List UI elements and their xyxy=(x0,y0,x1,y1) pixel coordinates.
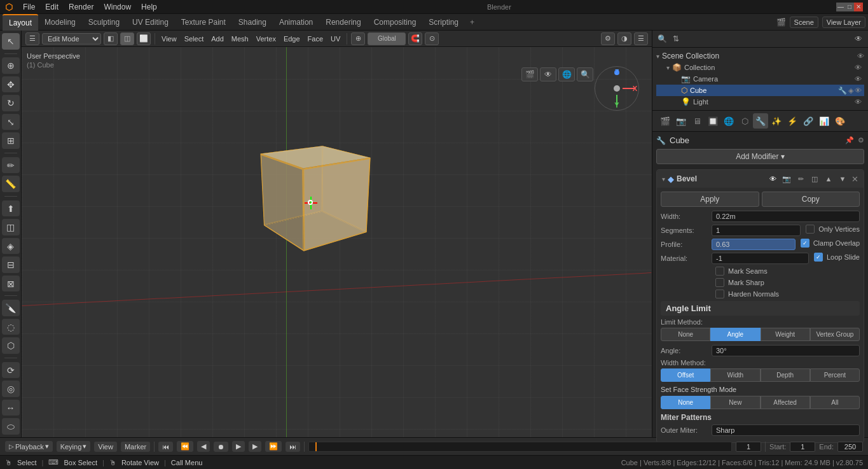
minimize-btn[interactable]: — xyxy=(836,3,845,11)
mod-copy-btn[interactable]: Copy xyxy=(762,192,860,207)
tool-move[interactable]: ✥ xyxy=(2,76,20,93)
tool-extrude[interactable]: ⬆ xyxy=(2,200,20,217)
frame-end-value[interactable]: 250 xyxy=(837,442,863,452)
mod-apply-btn[interactable]: Apply xyxy=(661,192,759,207)
outer-miter-value[interactable]: Sharp xyxy=(712,424,860,436)
wm-offset-btn[interactable]: Offset xyxy=(661,368,710,382)
tool-transform[interactable]: ⊞ xyxy=(2,132,20,149)
sc-collection-eye[interactable]: 👁 xyxy=(855,64,862,71)
rp-sort-icon[interactable]: ⇅ xyxy=(670,33,682,45)
add-workspace-btn[interactable]: + xyxy=(465,16,479,29)
tool-knife[interactable]: 🔪 xyxy=(2,300,20,316)
tab-scripting[interactable]: Scripting xyxy=(422,14,465,31)
viewport-menu-btn[interactable]: ☰ xyxy=(25,32,39,45)
angle-value[interactable]: 30° xyxy=(712,345,860,356)
keying-btn[interactable]: Keying ▾ xyxy=(57,441,91,452)
view-btn[interactable]: View xyxy=(94,442,117,452)
sc-eye-all[interactable]: 👁 xyxy=(857,52,864,60)
fs-new-btn[interactable]: New xyxy=(710,396,760,409)
tool-smooth[interactable]: ◎ xyxy=(2,381,20,397)
fs-none-btn[interactable]: None xyxy=(661,396,710,409)
wm-depth-btn[interactable]: Depth xyxy=(761,368,810,382)
mark-sharp-check[interactable] xyxy=(715,278,724,287)
play-last-btn[interactable]: ⏭ xyxy=(286,442,300,452)
edge-label[interactable]: Edge xyxy=(281,35,303,43)
lm-weight-btn[interactable]: Weight xyxy=(761,328,810,341)
shading-btn[interactable]: ◑ xyxy=(617,32,631,45)
tab-animation[interactable]: Animation xyxy=(273,14,319,31)
tool-edge-slide[interactable]: ↔ xyxy=(2,400,20,416)
close-btn[interactable]: ✕ xyxy=(854,3,863,11)
sc-light[interactable]: ▸ 💡 Light 👁 xyxy=(656,96,864,108)
tool-annotate[interactable]: ✏ xyxy=(2,157,20,174)
tab-rendering[interactable]: Rendering xyxy=(319,14,367,31)
viewport-mode-icon[interactable]: ◧ xyxy=(104,32,118,45)
uv-label[interactable]: UV xyxy=(328,35,343,43)
scene-label[interactable]: Scene xyxy=(790,17,818,28)
mod-down-icon[interactable]: ▼ xyxy=(836,173,849,185)
timeline-area[interactable] xyxy=(308,442,732,452)
props-material-icon[interactable]: 🎨 xyxy=(832,113,848,129)
maximize-btn[interactable]: □ xyxy=(845,3,854,11)
mod-expand-btn[interactable]: ▾ xyxy=(662,176,665,183)
wm-percent-btn[interactable]: Percent xyxy=(810,368,860,382)
rp-visibility-icon[interactable]: 👁 xyxy=(853,33,864,45)
props-physics-icon[interactable]: ⚡ xyxy=(785,113,800,129)
edit-mode-select[interactable]: Edit Mode Object Mode xyxy=(42,33,101,45)
tab-sculpting[interactable]: Sculpting xyxy=(82,14,126,31)
tool-loop-cut[interactable]: ⊟ xyxy=(2,256,20,273)
props-object-icon[interactable]: ⬡ xyxy=(737,113,752,129)
menu-file[interactable]: File xyxy=(18,1,40,13)
options-btn[interactable]: ⚙ xyxy=(601,32,615,45)
scene-camera-btn[interactable]: 🎬 xyxy=(521,67,538,81)
tool-shear[interactable]: ⬭ xyxy=(2,418,20,435)
tool-inset[interactable]: ◫ xyxy=(2,219,20,235)
rp-filter-icon[interactable]: 🔍 xyxy=(656,33,668,45)
tab-compositing[interactable]: Compositing xyxy=(368,14,423,31)
fs-affected-btn[interactable]: Affected xyxy=(761,396,810,409)
marker-btn[interactable]: Marker xyxy=(121,442,150,452)
play-next-frame-btn[interactable]: ▶ xyxy=(249,441,261,452)
play-prev-frame-btn[interactable]: ◀ xyxy=(197,441,210,452)
mod-segments-value[interactable]: 1 xyxy=(712,225,801,236)
mod-render-icon[interactable]: 📷 xyxy=(780,173,793,185)
scene-view-btn[interactable]: 👁 xyxy=(540,67,556,81)
sc-camera-eye[interactable]: 👁 xyxy=(855,75,862,83)
viewport-overlay-btn[interactable]: ◫ xyxy=(120,32,134,45)
mod-close-btn[interactable]: ✕ xyxy=(851,174,858,184)
vertex-label[interactable]: Vertex xyxy=(254,35,279,43)
view-label[interactable]: View xyxy=(159,35,179,43)
props-pin-icon[interactable]: 📌 xyxy=(845,136,854,144)
viewport-xray-btn[interactable]: ⬜ xyxy=(137,32,151,45)
pivot-btn[interactable]: ⊕ xyxy=(351,32,365,45)
add-modifier-btn[interactable]: Add Modifier xyxy=(656,149,864,164)
select-label[interactable]: Select xyxy=(182,35,207,43)
props-output-icon[interactable]: 🖥 xyxy=(689,113,705,129)
play-prev-key-btn[interactable]: ⏪ xyxy=(177,441,193,452)
clamp-overlap-check[interactable] xyxy=(801,239,809,248)
sc-cube[interactable]: ▸ ⬡ Cube 🔧 ◈ 👁 xyxy=(656,85,864,96)
proportional-btn[interactable]: ⊙ xyxy=(425,32,439,45)
record-btn[interactable]: ⏺ xyxy=(214,442,228,452)
lm-angle-btn[interactable]: Angle xyxy=(710,328,760,341)
props-modifier-icon[interactable]: 🔧 xyxy=(753,113,768,129)
tab-shading[interactable]: Shading xyxy=(232,14,273,31)
sc-camera[interactable]: ▸ 📷 Camera 👁 xyxy=(656,73,864,85)
play-next-key-btn[interactable]: ⏩ xyxy=(265,441,282,452)
mod-realtime-icon[interactable]: 👁 xyxy=(766,173,779,185)
menu-render[interactable]: Render xyxy=(64,1,99,13)
props-particles-icon[interactable]: ✨ xyxy=(769,113,784,129)
viewport[interactable]: ☰ Edit Mode Object Mode ◧ ◫ ⬜ View Selec… xyxy=(22,31,652,437)
tool-rotate[interactable]: ↻ xyxy=(2,95,20,111)
mod-material-value[interactable]: -1 xyxy=(712,253,809,264)
current-frame[interactable]: 1 xyxy=(736,442,761,452)
harden-normals-check[interactable] xyxy=(715,290,724,298)
wm-width-btn[interactable]: Width xyxy=(710,368,760,382)
overlay-toggle[interactable]: ☰ xyxy=(634,32,648,45)
mesh-label[interactable]: Mesh xyxy=(229,35,251,43)
lm-none-btn[interactable]: None xyxy=(661,328,710,341)
view-layer-label[interactable]: View Layer xyxy=(822,17,865,28)
tab-modeling[interactable]: Modeling xyxy=(38,14,82,31)
tool-select[interactable]: ↖ xyxy=(2,33,20,50)
tool-cursor[interactable]: ⊕ xyxy=(2,57,20,74)
